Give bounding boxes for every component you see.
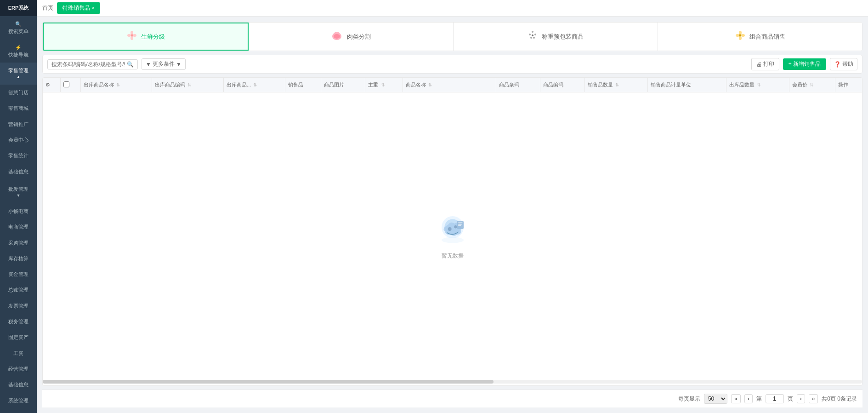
empty-state: 暂无数据 — [43, 92, 862, 378]
sidebar-item-label: 搜索菜单 — [8, 28, 28, 34]
help-label: 帮助 — [842, 60, 853, 68]
svg-rect-26 — [458, 225, 461, 226]
sidebar-item-retail-manage[interactable]: 零售管理 ▲ — [0, 63, 37, 85]
filter-chevron-icon: ▼ — [176, 61, 182, 68]
sidebar-item-invoice-manage[interactable]: 发票管理 — [0, 298, 37, 314]
retail-mall-label: 零售商城 — [8, 105, 28, 111]
general-ledger-label: 总账管理 — [8, 287, 28, 293]
next-page-button[interactable]: › — [797, 394, 805, 403]
col-product-image[interactable]: 商品图片 — [321, 78, 365, 92]
col-sales-product[interactable]: 销售品 — [285, 78, 321, 92]
sidebar-item-mini-app[interactable]: 小畅电商 — [0, 203, 37, 219]
sidebar-item-inventory[interactable]: 库存核算 — [0, 251, 37, 266]
sidebar-item-system-manage[interactable]: 系统管理 — [0, 393, 37, 408]
sort-icon: ⇅ — [428, 82, 432, 87]
print-button[interactable]: 🖨 打印 — [751, 58, 779, 70]
sidebar-item-wholesale-manage[interactable]: 批发管理 ▼ — [0, 181, 37, 203]
page-input[interactable] — [766, 394, 784, 403]
active-tab-label: 特殊销售品 — [62, 4, 90, 12]
combo-sales-label: 组合商品销售 — [749, 33, 785, 41]
sidebar-item-search-menu[interactable]: 🔍 搜索菜单 — [0, 16, 37, 40]
table-container: ⚙ 出库商品名称 ⇅ 出库商品编码 ⇅ — [42, 77, 862, 386]
subtab-combo-sales[interactable]: 组合商品销售 — [658, 23, 862, 51]
sidebar-item-label: 快捷导航 — [8, 52, 28, 58]
sidebar-item-retail-mall[interactable]: 零售商城 — [0, 100, 37, 116]
sidebar-item-payroll[interactable]: 工资 — [0, 345, 37, 361]
col-checkbox[interactable] — [60, 78, 80, 92]
svg-rect-24 — [458, 223, 463, 224]
print-label: 打印 — [763, 60, 774, 68]
purchase-manage-label: 采购管理 — [8, 240, 28, 246]
total-info: 共0页 0条记录 — [822, 395, 857, 403]
sort-icon: ⇅ — [253, 82, 257, 87]
col-main-weight[interactable]: 主重 ⇅ — [365, 78, 403, 92]
ecommerce-manage-label: 电商管理 — [8, 224, 28, 230]
svg-point-12 — [532, 34, 533, 36]
basic-info2-label: 基础信息 — [8, 381, 28, 388]
sort-icon: ⇅ — [381, 82, 385, 87]
sidebar: ERP系统 🔍 搜索菜单 ⚡ 快捷导航 零售管理 ▲ 智慧门店 零售商城 营销推… — [0, 0, 37, 413]
sidebar-item-purchase-manage[interactable]: 采购管理 — [0, 235, 37, 251]
sidebar-item-business-manage[interactable]: 经营管理 — [0, 361, 37, 377]
sidebar-item-basic-info2[interactable]: 基础信息 — [0, 377, 37, 392]
sidebar-item-smart-store[interactable]: 智慧门店 — [0, 85, 37, 100]
col-out-product-spec[interactable]: 出库商品... ⇅ — [224, 78, 285, 92]
sidebar-item-ecommerce-manage[interactable]: 电商管理 — [0, 219, 37, 235]
help-button[interactable]: ❓ 帮助 — [830, 58, 857, 70]
col-sales-unit[interactable]: 销售商品计量单位 — [647, 78, 726, 92]
col-out-qty[interactable]: 出库品数量 ⇅ — [726, 78, 789, 92]
sidebar-item-member-center[interactable]: 会员中心 — [0, 132, 37, 148]
filter-button[interactable]: ▼ 更多条件 ▼ — [142, 58, 186, 70]
sidebar-item-fixed-assets[interactable]: 固定资产 — [0, 329, 37, 345]
horizontal-scrollbar[interactable] — [43, 380, 862, 384]
finance-label: 资金管理 — [8, 271, 28, 277]
subtab-meat-cut[interactable]: 肉类分割 — [249, 23, 453, 51]
sidebar-item-enterprise-agreement[interactable]: 企业协同 — [0, 408, 37, 413]
weigh-prepack-icon — [527, 30, 538, 43]
sidebar-item-finance[interactable]: 资金管理 — [0, 266, 37, 282]
col-member-price[interactable]: 会员价 ⇅ — [789, 78, 835, 92]
active-tab[interactable]: 特殊销售品 × — [57, 2, 100, 14]
add-button[interactable]: + 新增销售品 — [783, 58, 826, 70]
subtab-weigh-prepack[interactable]: 称重预包装商品 — [454, 23, 658, 51]
svg-point-10 — [530, 37, 532, 39]
select-all-checkbox[interactable] — [63, 81, 69, 87]
svg-point-9 — [534, 34, 536, 35]
sidebar-item-quick-nav[interactable]: ⚡ 快捷导航 — [0, 40, 37, 63]
sidebar-item-tax-manage[interactable]: 税务管理 — [0, 314, 37, 329]
sidebar-item-sales-promo[interactable]: 营销推广 — [0, 116, 37, 132]
sort-icon: ⇅ — [187, 82, 191, 87]
sidebar-item-retail-stats[interactable]: 零售统计 — [0, 148, 37, 163]
toolbar: 🔍 ▼ 更多条件 ▼ 🖨 打印 + 新增销售品 ❓ 帮助 — [42, 55, 862, 74]
col-sales-qty[interactable]: 销售品数量 ⇅ — [584, 78, 647, 92]
col-out-product-name[interactable]: 出库商品名称 ⇅ — [80, 78, 152, 92]
basic-info-label: 基础信息 — [8, 168, 28, 175]
search-box[interactable]: 🔍 — [47, 59, 138, 69]
col-product-name[interactable]: 商品名称 ⇅ — [403, 78, 496, 92]
prev-page-button[interactable]: ‹ — [744, 394, 753, 403]
last-page-button[interactable]: » — [809, 394, 818, 403]
subtab-fresh-grade[interactable]: 生鲜分级 — [43, 23, 249, 51]
combo-sales-icon — [735, 30, 746, 43]
data-table: ⚙ 出库商品名称 ⇅ 出库商品编码 ⇅ — [43, 78, 862, 92]
col-out-product-code[interactable]: 出库商品编码 ⇅ — [152, 78, 224, 92]
sidebar-item-general-ledger[interactable]: 总账管理 — [0, 282, 37, 298]
home-link[interactable]: 首页 — [42, 4, 53, 12]
inventory-label: 库存核算 — [8, 255, 28, 262]
tab-close-button[interactable]: × — [92, 6, 95, 11]
scrollbar-thumb[interactable] — [43, 380, 494, 384]
first-page-button[interactable]: « — [731, 394, 741, 403]
page-label-suffix: 页 — [788, 395, 793, 403]
search-input[interactable] — [51, 61, 125, 68]
per-page-select[interactable]: 10 20 50 100 — [704, 394, 727, 404]
col-product-code[interactable]: 商品编码 — [540, 78, 584, 92]
col-settings[interactable]: ⚙ — [43, 78, 60, 92]
wholesale-arrow-icon: ▼ — [17, 193, 21, 199]
col-product-barcode[interactable]: 商品条码 — [496, 78, 540, 92]
sidebar-item-basic-info[interactable]: 基础信息 — [0, 164, 37, 179]
svg-point-15 — [739, 36, 742, 40]
empty-state-icon — [434, 211, 471, 247]
svg-point-1 — [130, 31, 133, 34]
payroll-label: 工资 — [13, 350, 23, 356]
svg-point-14 — [739, 31, 742, 34]
